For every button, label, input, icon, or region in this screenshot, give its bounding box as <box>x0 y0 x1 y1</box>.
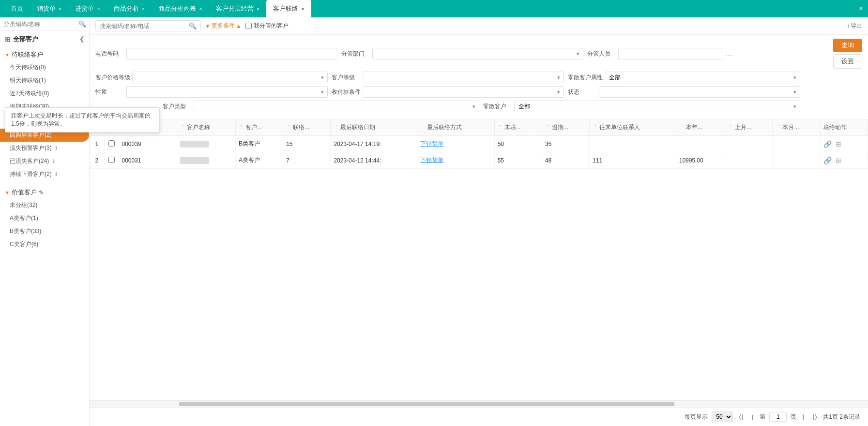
main-search-input[interactable] <box>100 23 187 29</box>
export-button[interactable]: ↑ 导出 <box>847 22 862 30</box>
row1-last-type: 下销货单 <box>417 136 494 152</box>
filter-customer-level: 客户等级 <box>332 72 564 83</box>
nav-analysis[interactable]: 商品分析 × <box>107 0 152 17</box>
sidebar-item-declining[interactable]: 持续下滑客户(2) ℹ <box>0 168 89 181</box>
th-overdue: ⋮逾期... <box>542 119 589 136</box>
sidebar-item-ungrouped[interactable]: 未分组(32) <box>0 199 89 212</box>
horizontal-scrollbar[interactable] <box>90 400 868 407</box>
close-customer-contact-icon[interactable]: × <box>301 0 304 17</box>
current-page-input[interactable] <box>769 412 787 422</box>
sidebar-item-tomorrow[interactable]: 明天待联络(1) <box>0 74 89 87</box>
row1-this-year <box>676 136 725 152</box>
status-select-wrapper <box>599 86 800 98</box>
sidebar-group-value[interactable]: ▼ 价值客户 ✎ <box>0 185 89 199</box>
row1-code: 000039 <box>119 136 177 152</box>
more-conditions-btn[interactable]: ▼ 更多条件 ▲ <box>205 22 242 30</box>
status-select[interactable] <box>599 86 800 98</box>
table-row: 2 000031 A类客户 7 2023-04-12 14:44: 下销货单 5… <box>90 152 868 169</box>
next-page-btn[interactable]: ⟩ <box>800 412 807 422</box>
sidebar-item-today[interactable]: 今天待联络(0) <box>0 61 89 74</box>
close-analysis-list-icon[interactable]: × <box>199 0 202 17</box>
row2-code: 000031 <box>119 152 177 169</box>
retail-customer-label: 零散客户 <box>483 103 512 111</box>
person-input[interactable] <box>618 48 723 59</box>
retail-customer-select[interactable]: 全部 <box>514 101 800 112</box>
sidebar-item-a-class[interactable]: A类客户(1) <box>0 212 89 225</box>
retail-attr-select[interactable]: 全部 <box>605 72 800 83</box>
row1-link-icon[interactable]: 🔗 <box>823 140 832 148</box>
gender-label: 性质 <box>95 88 124 96</box>
arrow-down-icon-3: ▼ <box>5 190 10 195</box>
first-page-btn[interactable]: ⟨⟨ <box>737 412 746 422</box>
nav-analysis-list[interactable]: 商品分析列表 × <box>152 0 209 17</box>
phone-label: 电话号码 <box>95 50 124 58</box>
sidebar-search-icon[interactable]: 🔍 <box>78 20 86 28</box>
th-last-type: ⋮最后联络方式 <box>417 119 494 136</box>
nav-purchase[interactable]: 进货单 × <box>68 0 107 17</box>
customer-level-select[interactable] <box>363 72 564 83</box>
sidebar-item-b-class[interactable]: B类客户(33) <box>0 225 89 238</box>
settings-button[interactable]: 设置 <box>833 54 862 69</box>
pay-term-label: 收付款条件 <box>332 88 361 96</box>
close-analysis-icon[interactable]: × <box>142 0 145 17</box>
scrollbar-thumb[interactable] <box>179 402 674 406</box>
nav-customer-contact[interactable]: 客户联络 × <box>266 0 311 17</box>
filter-price-level: 客户价格等级 <box>95 72 328 83</box>
close-customer-tier-icon[interactable]: × <box>257 0 259 17</box>
sidebar-item-lost[interactable]: 已流失客户(24) ℹ <box>0 155 89 168</box>
sidebar-item-c-class[interactable]: C类客户(6) <box>0 238 89 251</box>
lost-info-icon: ℹ <box>53 158 55 164</box>
phone-input[interactable] <box>126 48 337 59</box>
row2-link-icon[interactable]: 🔗 <box>823 157 832 164</box>
last-page-btn[interactable]: ⟩⟩ <box>810 412 819 422</box>
customer-level-label: 客户等级 <box>332 73 361 82</box>
query-button[interactable]: 查询 <box>833 39 862 52</box>
filter-person: 分管人员 … <box>587 48 829 59</box>
filter-customer-type: 客户类型 <box>163 101 480 112</box>
value-edit-icon[interactable]: ✎ <box>39 189 44 196</box>
prev-page-btn[interactable]: ⟨ <box>749 412 756 422</box>
row1-contacts: 15 <box>283 136 331 152</box>
retail-customer-select-wrapper: 全部 <box>514 101 800 112</box>
row2-num: 2 <box>90 152 104 169</box>
gender-select[interactable] <box>126 86 328 98</box>
pay-term-select[interactable] <box>363 86 564 98</box>
search-box: 🔍 <box>95 20 201 31</box>
gender-select-wrapper <box>126 86 328 98</box>
row2-checkbox[interactable] <box>104 152 119 169</box>
nav-sales[interactable]: 销货单 × <box>30 0 68 17</box>
price-level-select-wrapper <box>132 72 328 83</box>
customer-type-select-wrapper <box>194 101 480 112</box>
sidebar-item-lost-warning[interactable]: 流失预警客户(3) ℹ <box>0 142 89 155</box>
person-dots-icon[interactable]: … <box>725 49 733 58</box>
sidebar-all-customers[interactable]: ⊞ 全部客户 ❮ <box>0 31 89 47</box>
lost-warning-info-icon: ℹ <box>55 145 57 151</box>
content-area: 🔍 ▼ 更多条件 ▲ 我分管的客户 ↑ 导出 电话号码 <box>90 17 868 426</box>
filter-icon: ▼ <box>205 23 211 29</box>
close-purchase-icon[interactable]: × <box>97 0 100 17</box>
sidebar-group-pending[interactable]: ▼ 待联络客户 <box>0 47 89 61</box>
row1-checkbox[interactable] <box>104 136 119 152</box>
price-level-select[interactable] <box>132 72 328 83</box>
dept-select[interactable] <box>372 48 583 59</box>
sidebar-collapse-icon[interactable]: ❮ <box>79 36 84 43</box>
close-sales-icon[interactable]: × <box>59 0 61 17</box>
row2-grid-icon[interactable]: ⊞ <box>836 157 841 164</box>
row1-contact-person <box>590 136 676 152</box>
per-page-select[interactable]: 50 <box>712 411 733 422</box>
total-records-label: 共1页 2条记录 <box>823 413 860 421</box>
search-icon[interactable]: 🔍 <box>189 22 197 29</box>
my-customers-checkbox[interactable] <box>245 23 252 29</box>
filter-gender: 性质 <box>95 86 328 98</box>
row1-overdue: 35 <box>542 136 589 152</box>
filter-dept: 分管部门 <box>341 48 583 59</box>
nav-home[interactable]: 首页 <box>4 0 30 17</box>
close-all-tabs-icon[interactable]: × <box>859 4 863 13</box>
nav-customer-tier[interactable]: 客户分层经营 × <box>209 0 266 17</box>
row2-overdue: 48 <box>542 152 589 169</box>
row2-last-month <box>725 152 773 169</box>
sidebar-search-input[interactable] <box>4 21 76 28</box>
customer-type-select[interactable] <box>194 101 480 112</box>
sidebar-item-7days[interactable]: 近7天待联络(0) <box>0 87 89 100</box>
row1-grid-icon[interactable]: ⊞ <box>836 140 841 148</box>
